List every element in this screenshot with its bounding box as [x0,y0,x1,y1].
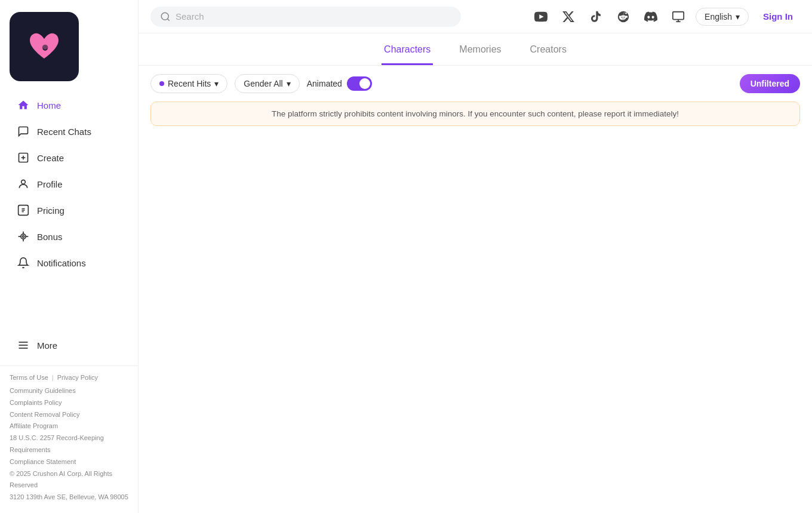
content-tabs: Characters Memories Creators [139,33,812,66]
monitor-icon[interactable] [668,7,688,27]
search-icon [160,11,171,22]
sidebar-bottom: More [0,327,138,365]
sidebar-label-bonus: Bonus [37,232,63,242]
content-removal-link[interactable]: Content Removal Policy [10,411,79,418]
sidebar-label-profile: Profile [37,179,63,189]
chevron-down-icon: ▾ [736,12,740,21]
privacy-link[interactable]: Privacy Policy [57,372,98,384]
affiliate-link[interactable]: Affiliate Program [10,422,58,429]
header: English ▾ Sign In [139,0,812,33]
tag-icon [17,204,30,217]
complaints-link[interactable]: Complaints Policy [10,399,61,406]
app-logo[interactable] [10,12,79,81]
gift-icon [17,230,30,243]
animated-switch[interactable] [347,76,372,91]
sidebar-label-create: Create [37,153,64,163]
search-bar[interactable] [150,7,461,27]
terms-link[interactable]: Terms of Use [10,372,48,384]
more-label: More [37,340,57,351]
svg-point-16 [161,13,168,20]
svg-point-7 [21,234,26,239]
tiktok-icon[interactable] [586,7,606,27]
address-text: 3120 139th Ave SE, Bellevue, WA 98005 [10,493,128,500]
copyright-text: © 2025 Crushon AI Corp. All Rights Reser… [10,470,112,489]
content-area[interactable] [139,132,812,513]
youtube-icon[interactable] [531,7,551,27]
bell-icon [17,256,30,269]
sign-in-button[interactable]: Sign In [756,8,800,25]
sidebar-label-home: Home [37,100,61,110]
sidebar-item-pricing[interactable]: Pricing [5,198,133,223]
chat-icon [17,125,30,138]
sidebar-item-bonus[interactable]: Bonus [5,224,133,249]
plus-square-icon [17,151,30,164]
filter-dot [159,81,164,86]
sidebar-item-notifications[interactable]: Notifications [5,250,133,275]
recent-hits-chevron-icon: ▾ [214,79,219,88]
twitter-icon[interactable] [558,7,579,27]
sidebar-label-recent-chats: Recent Chats [37,127,91,137]
gender-label: Gender All [244,79,282,88]
tab-characters[interactable]: Characters [382,33,433,65]
tab-creators[interactable]: Creators [528,33,569,65]
sidebar-label-pricing: Pricing [37,205,64,216]
recent-hits-label: Recent Hits [168,79,211,88]
sidebar-item-create[interactable]: Create [5,145,133,170]
gender-filter[interactable]: Gender All ▾ [235,74,299,93]
more-item[interactable]: More [5,333,133,358]
unfiltered-button[interactable]: Unfiltered [740,74,800,93]
notice-text: The platform strictly prohibits content … [272,109,679,118]
social-icons: English ▾ Sign In [531,7,800,27]
tab-memories[interactable]: Memories [457,33,503,65]
svg-line-17 [167,19,169,20]
sidebar-item-profile[interactable]: Profile [5,171,133,196]
svg-point-5 [21,180,26,184]
gender-chevron-icon: ▾ [287,79,291,88]
animated-label: Animated [307,79,342,88]
language-selector[interactable]: English ▾ [696,8,749,26]
discord-icon[interactable] [641,7,661,27]
sidebar: Home Recent Chats Create Profile [0,0,139,513]
compliance-text: Compliance Statement [10,458,76,465]
sidebar-item-recent-chats[interactable]: Recent Chats [5,119,133,144]
sidebar-nav: Home Recent Chats Create Profile [0,87,138,327]
svg-rect-19 [673,11,684,19]
search-input[interactable] [176,11,451,21]
toggle-knob [359,78,370,89]
lang-label: English [705,12,732,21]
sidebar-footer: Terms of Use | Privacy Policy Community … [0,365,138,513]
sidebar-label-notifications: Notifications [37,258,86,268]
notice-banner: The platform strictly prohibits content … [150,102,800,126]
record-keeping-text: 18 U.S.C. 2257 Record-Keeping Requiremen… [10,434,104,453]
community-link[interactable]: Community Guidelines [10,387,76,394]
svg-point-8 [22,235,24,237]
filter-bar: Recent Hits ▾ Gender All ▾ Animated Unfi… [139,66,812,102]
sidebar-item-home[interactable]: Home [5,93,133,118]
home-icon [17,99,30,112]
menu-icon [17,339,30,352]
main-content: English ▾ Sign In Characters Memories Cr… [139,0,812,513]
reddit-icon[interactable] [613,7,633,27]
user-icon [17,177,30,191]
animated-toggle: Animated [307,76,372,91]
recent-hits-filter[interactable]: Recent Hits ▾ [150,74,227,93]
